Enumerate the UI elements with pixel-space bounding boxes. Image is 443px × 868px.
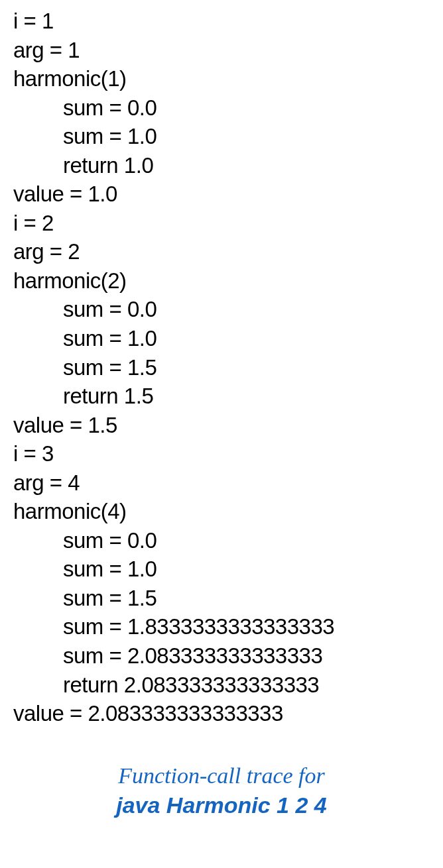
- trace-line: value = 1.0: [13, 180, 430, 209]
- trace-line: harmonic(4): [13, 497, 430, 526]
- trace-line: value = 1.5: [13, 411, 430, 440]
- trace-line: arg = 1: [13, 36, 430, 65]
- trace-line: sum = 0.0: [13, 93, 430, 123]
- trace-line: sum = 1.5: [13, 584, 430, 613]
- trace-line: i = 2: [13, 209, 430, 238]
- trace-line: sum = 1.5: [13, 353, 430, 382]
- trace-line: return 1.5: [13, 382, 430, 411]
- trace-line: sum = 1.0: [13, 324, 430, 353]
- trace-line: return 2.083333333333333: [13, 671, 430, 700]
- trace-line: sum = 0.0: [13, 526, 430, 555]
- figure-caption: Function-call trace for java Harmonic 1 …: [13, 761, 430, 820]
- trace-line: harmonic(2): [13, 266, 430, 296]
- trace-line: sum = 0.0: [13, 295, 430, 324]
- trace-line: sum = 1.0: [13, 122, 430, 151]
- trace-line: harmonic(1): [13, 64, 430, 93]
- trace-line: value = 2.083333333333333: [13, 699, 430, 728]
- code-trace: i = 1arg = 1harmonic(1)sum = 0.0sum = 1.…: [13, 7, 430, 728]
- trace-line: i = 3: [13, 439, 430, 468]
- trace-line: return 1.0: [13, 151, 430, 180]
- caption-description: Function-call trace for: [13, 761, 430, 790]
- trace-line: i = 1: [13, 7, 430, 36]
- trace-line: sum = 1.0: [13, 555, 430, 584]
- caption-command: java Harmonic 1 2 4: [13, 790, 430, 820]
- trace-line: arg = 4: [13, 468, 430, 498]
- trace-line: sum = 1.8333333333333333: [13, 612, 430, 641]
- trace-line: sum = 2.083333333333333: [13, 641, 430, 671]
- trace-line: arg = 2: [13, 237, 430, 266]
